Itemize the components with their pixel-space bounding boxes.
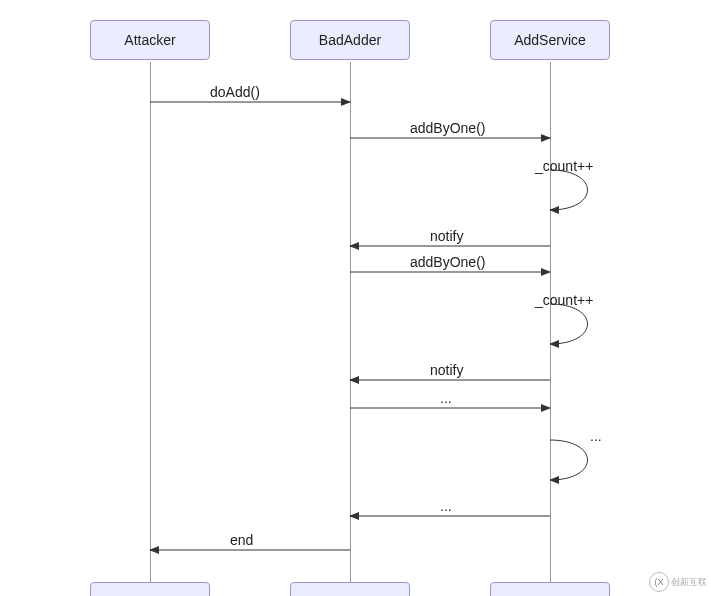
participant-attacker-top: Attacker xyxy=(90,20,210,60)
participant-badadder-bottom xyxy=(290,582,410,596)
msg-countpp-2: _count++ xyxy=(535,292,593,308)
msg-notify-2: notify xyxy=(430,362,463,378)
msg-addbyone-2: addByOne() xyxy=(410,254,485,270)
watermark: (X 创新互联 xyxy=(649,572,707,592)
msg-dots-1: ... xyxy=(440,390,452,406)
msg-end: end xyxy=(230,532,253,548)
participant-attacker-bottom xyxy=(90,582,210,596)
msg-dots-3: ... xyxy=(440,498,452,514)
participant-addservice-label: AddService xyxy=(514,32,586,48)
lifeline-badadder xyxy=(350,62,351,596)
msg-dots-2: ... xyxy=(590,428,602,444)
lifeline-attacker xyxy=(150,62,151,596)
lifeline-addservice xyxy=(550,62,551,596)
sequence-arrows xyxy=(0,0,711,596)
watermark-logo-icon: (X xyxy=(649,572,669,592)
participant-badadder-label: BadAdder xyxy=(319,32,381,48)
msg-countpp-1: _count++ xyxy=(535,158,593,174)
msg-addbyone-1: addByOne() xyxy=(410,120,485,136)
msg-doadd: doAdd() xyxy=(210,84,260,100)
participant-addservice-bottom xyxy=(490,582,610,596)
watermark-text: 创新互联 xyxy=(671,576,707,589)
participant-addservice-top: AddService xyxy=(490,20,610,60)
participant-badadder-top: BadAdder xyxy=(290,20,410,60)
participant-attacker-label: Attacker xyxy=(124,32,175,48)
msg-notify-1: notify xyxy=(430,228,463,244)
